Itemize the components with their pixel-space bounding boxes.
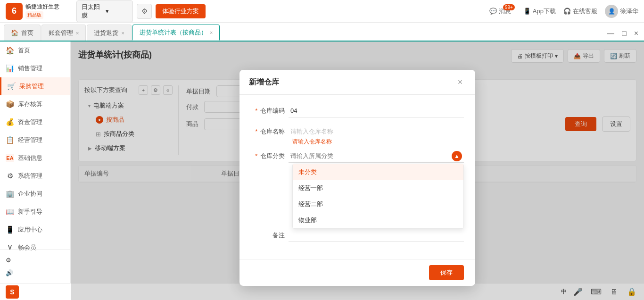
sidebar-item-home[interactable]: 🏠 首页 (0, 42, 70, 59)
sidebar-item-basic-info[interactable]: EA 基础信息 (0, 149, 70, 167)
s-logo: S (6, 285, 19, 299)
tab-home-label: 首页 (21, 29, 33, 37)
sidebar-label-purchase: 采购管理 (19, 82, 44, 91)
note-input[interactable] (289, 229, 464, 242)
sidebar-item-enterprise[interactable]: 🏢 企业协同 (0, 185, 70, 203)
tab-account-close[interactable]: × (76, 30, 79, 36)
form-row-code: * 仓库编码 (251, 104, 464, 117)
sidebar-item-inventory[interactable]: 📦 库存核算 (0, 95, 70, 113)
logo-icon: 6 (6, 3, 23, 20)
s-logo-area: S (6, 285, 21, 299)
sidebar-label-system: 系统管理 (18, 172, 42, 180)
avatar: 👤 (605, 5, 618, 18)
sidebar-bottom-sound[interactable]: 🔊 (0, 267, 71, 279)
trial-button[interactable]: 体验行业方案 (156, 4, 206, 18)
save-button[interactable]: 保存 (429, 265, 464, 280)
sidebar-label-inventory: 库存核算 (18, 100, 42, 108)
apps-sidebar-icon: 📱 (6, 225, 14, 234)
window-minimize-btn[interactable]: — (605, 28, 616, 39)
sidebar-item-system[interactable]: ⚙ 系统管理 (0, 167, 70, 185)
store-selector[interactable]: 日太阳膜 ▾ (76, 0, 133, 22)
tab-bar: 🏠 首页 账套管理 × 进货退货 × 进货单统计表（按商品） × — □ × (0, 23, 644, 42)
category-option-property[interactable]: 物业部 (293, 212, 463, 228)
enterprise-sidebar-icon: 🏢 (6, 190, 14, 198)
sidebar-item-guide[interactable]: 📖 新手引导 (0, 203, 70, 221)
finance-sidebar-icon: 💰 (6, 118, 14, 126)
tab-purchase-return-label: 进货退货 (94, 29, 118, 37)
code-input[interactable] (289, 104, 464, 117)
headset-icon: 🎧 (563, 8, 571, 15)
top-header: 6 畅捷通好生意 精品版 日太阳膜 ▾ ⚙ 体验行业方案 💬 消息 99+ 📱 … (0, 0, 644, 23)
modal-title: 新增仓库 (249, 77, 279, 87)
sidebar-item-apps[interactable]: 📱 应用中心 (0, 221, 70, 239)
store-dropdown-arrow: ▾ (106, 8, 128, 15)
settings-bottom-icon: ⚙ (6, 257, 11, 264)
operations-sidebar-icon: 📋 (6, 136, 14, 144)
sidebar-label-guide: 新手引导 (18, 208, 42, 216)
modal-overlay: 新增仓库 × * 仓库编码 * (71, 42, 644, 300)
home-sidebar-icon: 🏠 (6, 46, 14, 55)
tab-account-label: 账套管理 (49, 29, 73, 37)
basic-info-sidebar-icon: EA (6, 154, 14, 162)
avatar-icon: 👤 (608, 8, 615, 15)
online-service-item[interactable]: 🎧 在线客服 (563, 7, 597, 16)
category-label: * 仓库分类 (251, 152, 289, 160)
notifications-badge: 99+ (503, 4, 515, 10)
form-row-note: 备注 (251, 229, 464, 242)
sidebar-bottom: ⚙ 🔊 (0, 250, 71, 283)
sidebar-item-sales[interactable]: 📊 销售管理 (0, 59, 70, 77)
tab-purchase-return[interactable]: 进货退货 × (87, 25, 131, 41)
sidebar-label-finance: 资金管理 (18, 118, 42, 126)
purchase-sidebar-icon: 🛒 (7, 82, 16, 91)
sidebar-bottom-settings[interactable]: ⚙ (0, 254, 71, 267)
notifications-item[interactable]: 💬 消息 99+ (489, 7, 511, 16)
category-required: * (255, 152, 257, 159)
modal-add-warehouse: 新增仓库 × * 仓库编码 * (239, 70, 475, 286)
sidebar: 🏠 首页 📊 销售管理 🛒 采购管理 📦 库存核算 💰 资金管理 📋 经营管理 … (0, 42, 71, 300)
logo-area: 6 畅捷通好生意 精品版 (6, 3, 76, 20)
name-required: * (255, 128, 257, 135)
gear-button[interactable]: ⚙ (137, 4, 152, 19)
app-download-label: App下载 (533, 7, 556, 16)
modal-body: * 仓库编码 * 仓库名称 请输入仓库名称 (239, 95, 475, 259)
category-option-ops1[interactable]: 经营一部 (293, 180, 463, 196)
tab-purchase-stats-close[interactable]: × (210, 30, 213, 35)
category-input[interactable] (289, 150, 464, 163)
window-close-btn[interactable]: × (632, 28, 640, 39)
online-service-label: 在线客服 (573, 7, 597, 16)
category-option-unclassified[interactable]: 未分类 (293, 164, 463, 180)
code-required: * (255, 107, 257, 114)
sidebar-label-apps: 应用中心 (18, 225, 42, 234)
tab-home[interactable]: 🏠 首页 (4, 25, 41, 41)
guide-sidebar-icon: 📖 (6, 208, 14, 216)
name-input[interactable] (289, 125, 464, 138)
header-right: 💬 消息 99+ 📱 App下载 🎧 在线客服 👤 徐泽华 (489, 5, 638, 18)
main-layout: 🏠 首页 📊 销售管理 🛒 采购管理 📦 库存核算 💰 资金管理 📋 经营管理 … (0, 42, 644, 300)
tab-purchase-return-close[interactable]: × (121, 30, 124, 36)
name-label: * 仓库名称 (251, 127, 289, 136)
tab-purchase-stats[interactable]: 进货单统计表（按商品） × (132, 25, 220, 41)
sidebar-item-purchase[interactable]: 🛒 采购管理 (0, 77, 70, 95)
name-error-msg: 请输入仓库名称 (292, 138, 332, 146)
window-maximize-btn[interactable]: □ (620, 28, 628, 39)
app-download-item[interactable]: 📱 App下载 (523, 7, 556, 16)
category-option-ops2[interactable]: 经营二部 (293, 196, 463, 212)
logo-badge: 精品版 (25, 11, 43, 19)
sidebar-label-operations: 经营管理 (18, 136, 42, 144)
inventory-sidebar-icon: 📦 (6, 100, 14, 108)
form-row-name: * 仓库名称 请输入仓库名称 (251, 125, 464, 138)
home-icon: 🏠 (11, 29, 18, 36)
tab-account[interactable]: 账套管理 × (41, 25, 86, 41)
sidebar-label-home: 首页 (18, 46, 30, 55)
modal-close-button[interactable]: × (454, 76, 466, 88)
note-label: 备注 (251, 231, 289, 240)
sidebar-label-basic-info: 基础信息 (18, 154, 42, 162)
sidebar-item-operations[interactable]: 📋 经营管理 (0, 131, 70, 149)
category-dropdown: 未分类 经营一部 经营二部 物业部 (292, 164, 464, 229)
content-area: 进货单统计(按商品) 🖨 按模板打印 ▾ 📤 导出 🔄 刷新 按以下方案查询 (71, 42, 644, 300)
user-item[interactable]: 👤 徐泽华 (605, 5, 638, 18)
category-toggle-btn[interactable]: ▲ (452, 151, 462, 161)
sidebar-item-finance[interactable]: 💰 资金管理 (0, 113, 70, 131)
mobile-icon: 📱 (523, 8, 531, 15)
sound-bottom-icon: 🔊 (6, 269, 13, 276)
